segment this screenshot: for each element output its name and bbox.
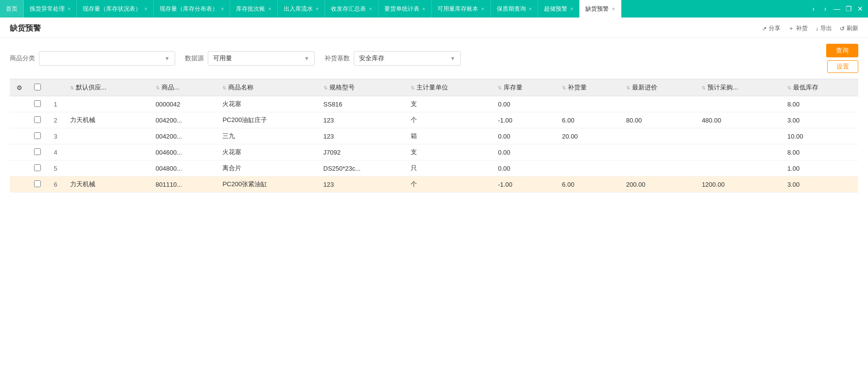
tab-close-5[interactable]: × bbox=[316, 6, 319, 12]
col-replenish[interactable]: ⇅补货量 bbox=[557, 79, 621, 96]
col-gear[interactable]: ⚙ bbox=[10, 79, 29, 96]
table-body: 1 0000042 火花塞 SS816 支 0.00 8.00 2 力天机械 0… bbox=[10, 96, 858, 193]
row-num-1: 2 bbox=[46, 112, 65, 128]
row-replenish-5: 6.00 bbox=[557, 176, 621, 193]
tab-close-1[interactable]: × bbox=[68, 6, 71, 12]
row-name-2: 三九 bbox=[217, 128, 318, 144]
tab-item-2[interactable]: 现存量（库存状况表）× bbox=[77, 0, 153, 18]
row-check-4[interactable] bbox=[34, 164, 41, 171]
table-row: 3 004200... 三九 123 箱 0.00 20.00 10.00 bbox=[10, 128, 858, 144]
tab-close-11[interactable]: × bbox=[612, 6, 615, 12]
replenish-base-select[interactable]: 安全库存 ▼ bbox=[354, 51, 461, 66]
col-num bbox=[46, 79, 65, 96]
tab-close-6[interactable]: × bbox=[369, 6, 372, 12]
row-check-3[interactable] bbox=[34, 148, 41, 155]
row-checkbox-3[interactable] bbox=[29, 144, 46, 160]
refresh-button[interactable]: ↺ 刷新 bbox=[840, 24, 858, 33]
row-name-5: PC200张紧油缸 bbox=[217, 176, 318, 193]
filter-bar: 商品分类 ▼ 数据源 可用量 ▼ 补货基数 安全库存 ▼ 查询 设置 bbox=[0, 38, 868, 79]
row-gear-3[interactable] bbox=[10, 144, 29, 160]
row-spec-0: SS816 bbox=[319, 96, 406, 112]
col-stock[interactable]: ⇅库存量 bbox=[493, 79, 557, 96]
category-arrow-icon: ▼ bbox=[164, 55, 170, 61]
row-min-stock-4: 1.00 bbox=[782, 160, 858, 176]
row-gear-2[interactable] bbox=[10, 128, 29, 144]
table-row: 1 0000042 火花塞 SS816 支 0.00 8.00 bbox=[10, 96, 858, 112]
datasource-select[interactable]: 可用量 ▼ bbox=[208, 51, 315, 66]
table-header-row: ⚙ ⇅默认供应... ⇅商品... ⇅商品名称 ⇅规格型号 ⇅主计量单位 ⇅库存… bbox=[10, 79, 858, 96]
row-name-4: 离合片 bbox=[217, 160, 318, 176]
tab-close-7[interactable]: × bbox=[422, 6, 425, 12]
row-latest-price-1: 80.00 bbox=[621, 112, 697, 128]
tab-item-6[interactable]: 收发存汇总表× bbox=[325, 0, 378, 18]
tab-item-9[interactable]: 保质期查询× bbox=[491, 0, 538, 18]
export-button[interactable]: ↓ 导出 bbox=[815, 24, 832, 33]
tab-label-9: 保质期查询 bbox=[497, 5, 526, 13]
col-name[interactable]: ⇅商品名称 bbox=[217, 79, 318, 96]
sort-code-icon: ⇅ bbox=[156, 85, 160, 90]
share-button[interactable]: ↗ 分享 bbox=[762, 24, 780, 33]
tab-item-5[interactable]: 出入库流水× bbox=[278, 0, 325, 18]
replenish-button[interactable]: ＋ 补货 bbox=[788, 24, 808, 33]
tab-scroll-right[interactable]: › bbox=[819, 3, 831, 15]
row-gear-5[interactable] bbox=[10, 176, 29, 193]
tab-scroll-left[interactable]: ‹ bbox=[808, 3, 819, 15]
row-min-stock-2: 10.00 bbox=[782, 128, 858, 144]
window-restore[interactable]: ❐ bbox=[843, 3, 854, 15]
row-unit-0: 支 bbox=[406, 96, 493, 112]
query-button[interactable]: 查询 bbox=[826, 44, 858, 57]
row-check-2[interactable] bbox=[34, 132, 41, 139]
page-header: 缺货预警 ↗ 分享 ＋ 补货 ↓ 导出 ↺ 刷新 bbox=[0, 18, 868, 38]
export-label: 导出 bbox=[820, 24, 832, 33]
col-spec[interactable]: ⇅规格型号 bbox=[319, 79, 406, 96]
row-checkbox-1[interactable] bbox=[29, 112, 46, 128]
row-gear-4[interactable] bbox=[10, 160, 29, 176]
row-checkbox-5[interactable] bbox=[29, 176, 46, 193]
row-stock-4: 0.00 bbox=[493, 160, 557, 176]
category-select[interactable]: ▼ bbox=[39, 51, 175, 66]
row-check-5[interactable] bbox=[34, 180, 41, 187]
col-latest-price[interactable]: ⇅最新进价 bbox=[621, 79, 697, 96]
tab-item-10[interactable]: 超储预警× bbox=[538, 0, 579, 18]
col-min-stock[interactable]: ⇅最低库存 bbox=[782, 79, 858, 96]
row-num-5: 6 bbox=[46, 176, 65, 193]
tab-close-3[interactable]: × bbox=[221, 6, 224, 12]
tab-close-2[interactable]: × bbox=[144, 6, 147, 12]
window-minimize[interactable]: — bbox=[831, 3, 843, 15]
share-icon: ↗ bbox=[762, 25, 767, 32]
row-name-1: PC200油缸庄子 bbox=[217, 112, 318, 128]
window-close[interactable]: ✕ bbox=[854, 3, 866, 15]
table-row: 2 力天机械 004200... PC200油缸庄子 123 个 -1.00 6… bbox=[10, 112, 858, 128]
tab-close-8[interactable]: × bbox=[481, 6, 484, 12]
tab-item-3[interactable]: 现存量（库存分布表）× bbox=[154, 0, 230, 18]
tab-label-10: 超储预警 bbox=[544, 5, 567, 13]
tab-item-1[interactable]: 拣货异常处理× bbox=[24, 0, 77, 18]
row-checkbox-2[interactable] bbox=[29, 128, 46, 144]
row-min-stock-0: 8.00 bbox=[782, 96, 858, 112]
col-unit[interactable]: ⇅主计量单位 bbox=[406, 79, 493, 96]
row-check-1[interactable] bbox=[34, 116, 41, 123]
tab-item-4[interactable]: 库存批次账× bbox=[230, 0, 277, 18]
tab-close-4[interactable]: × bbox=[268, 6, 271, 12]
row-latest-price-4 bbox=[621, 160, 697, 176]
col-supplier[interactable]: ⇅默认供应... bbox=[65, 79, 151, 96]
col-code[interactable]: ⇅商品... bbox=[151, 79, 218, 96]
row-checkbox-4[interactable] bbox=[29, 160, 46, 176]
row-gear-1[interactable] bbox=[10, 112, 29, 128]
row-replenish-0 bbox=[557, 96, 621, 112]
row-checkbox-0[interactable] bbox=[29, 96, 46, 112]
select-all-checkbox[interactable] bbox=[34, 84, 41, 90]
tab-item-11[interactable]: 缺货预警× bbox=[579, 0, 621, 18]
tab-item-7[interactable]: 要货单统计表× bbox=[379, 0, 432, 18]
row-gear-0[interactable] bbox=[10, 96, 29, 112]
tab-close-10[interactable]: × bbox=[570, 6, 573, 12]
row-unit-2: 箱 bbox=[406, 128, 493, 144]
tab-item-0[interactable]: 首页 bbox=[0, 0, 24, 18]
settings-button[interactable]: 设置 bbox=[827, 60, 858, 73]
datasource-value: 可用量 bbox=[213, 54, 232, 63]
refresh-icon: ↺ bbox=[840, 25, 845, 32]
tab-close-9[interactable]: × bbox=[529, 6, 532, 12]
col-est-purchase[interactable]: ⇅预计采购... bbox=[697, 79, 782, 96]
row-check-0[interactable] bbox=[34, 100, 41, 107]
tab-item-8[interactable]: 可用量库存账本× bbox=[432, 0, 490, 18]
